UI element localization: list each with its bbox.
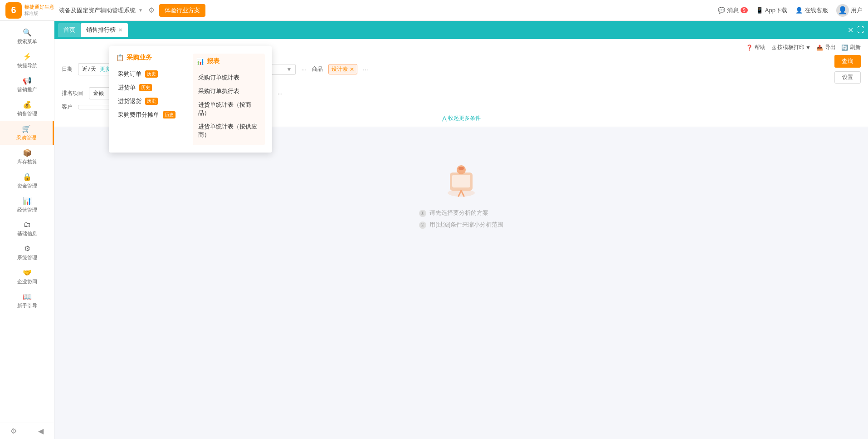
goods-tag[interactable]: 设计素 ✕ [328, 64, 357, 74]
dropdown-menu: 📋 采购业务 采购订单 历史 进货单 历史 进货退货 历史 [109, 46, 272, 153]
sidebar-item-purchase[interactable]: 🛒 采购管理 [0, 121, 54, 145]
online-service-btn[interactable]: 👤 在线客服 [795, 6, 828, 15]
menu-purchase-section: 📋 采购业务 采购订单 历史 进货单 历史 进货退货 历史 [116, 54, 181, 145]
menu-purchase-return[interactable]: 进货退货 历史 [116, 94, 181, 108]
tab-close-icon[interactable]: ✕ [118, 27, 122, 33]
logo-icon: 6 [5, 2, 22, 19]
tab-bar: 首页 销售排行榜 ✕ ✕ ⛶ [54, 21, 868, 39]
reports-section-icon: 📊 [196, 58, 204, 65]
message-icon: 💬 [718, 7, 725, 14]
sidebar-item-quick-nav[interactable]: ⚡ 快捷导航 [0, 49, 54, 73]
sidebar-item-enterprise[interactable]: 🤝 企业协同 [0, 265, 54, 289]
purchase-section-title: 📋 采购业务 [116, 54, 181, 62]
refresh-icon: 🔄 [841, 44, 848, 51]
menu-purchase-expense[interactable]: 采购费用分摊单 历史 [116, 108, 181, 122]
sidebar-item-funds[interactable]: 🔒 资金管理 [0, 169, 54, 193]
main-area: 🔍 搜索菜单 ⚡ 快捷导航 📢 营销推广 💰 销售管理 🛒 采购管理 [0, 21, 868, 439]
sidebar: 🔍 搜索菜单 ⚡ 快捷导航 📢 营销推广 💰 销售管理 🛒 采购管理 [0, 21, 54, 439]
sidebar-item-operations[interactable]: 📊 经营管理 [0, 193, 54, 217]
print-btn[interactable]: 🖨 按模板打印 ▼ [771, 44, 811, 51]
goods-tag-remove[interactable]: ✕ [350, 66, 354, 73]
funds-icon: 🔒 [23, 173, 32, 181]
content-area: 首页 销售排行榜 ✕ ✕ ⛶ ❓ [54, 21, 868, 439]
tab-action-expand-icon[interactable]: ⛶ [857, 26, 864, 34]
salesperson-dots[interactable]: ··· [278, 90, 283, 97]
svg-rect-4 [458, 167, 464, 170]
system-title-dropdown[interactable]: ▼ [138, 8, 143, 13]
voucher-status-dots[interactable]: ··· [301, 66, 307, 73]
sidebar-item-marketing[interactable]: 📢 营销推广 [0, 73, 54, 97]
quick-nav-icon: ⚡ [23, 52, 32, 61]
sidebar-nav: 🔍 搜索菜单 ⚡ 快捷导航 📢 营销推广 💰 销售管理 🛒 采购管理 [0, 21, 54, 316]
menu-purchase-order[interactable]: 采购订单 历史 [116, 67, 181, 81]
search-icon: 🔍 [23, 28, 32, 37]
reports-section-title: 📊 报表 [196, 57, 262, 65]
logo-text: 畅捷通好生意 [24, 4, 54, 10]
sales-icon: 💰 [23, 100, 32, 109]
sidebar-item-basic-info[interactable]: 🗂 基础信息 [0, 217, 54, 241]
empty-icon [439, 163, 484, 200]
basic-info-icon: 🗂 [24, 221, 31, 229]
purchase-return-badge: 历史 [145, 98, 158, 105]
export-icon: 📤 [816, 44, 823, 51]
menu-report-order-exec[interactable]: 采购订单执行表 [196, 84, 262, 98]
sidebar-bottom: ⚙ ◀ [0, 423, 54, 439]
menu-purchase-receipt[interactable]: 进货单 历史 [116, 81, 181, 94]
user-avatar: 👤 [836, 4, 849, 17]
settings-gear-icon[interactable]: ⚙ [148, 6, 155, 15]
sidebar-item-sales[interactable]: 💰 销售管理 [0, 97, 54, 121]
sidebar-item-system[interactable]: ⚙ 系统管理 [0, 241, 54, 265]
menu-divider [187, 54, 187, 145]
sidebar-collapse-icon[interactable]: ◀ [38, 427, 44, 435]
svg-rect-2 [452, 175, 470, 187]
collapse-btn[interactable]: ⋀ 收起更多条件 [442, 114, 481, 122]
setting-btn[interactable]: 设置 [834, 71, 861, 84]
tab-sales-ranking[interactable]: 销售排行榜 ✕ [81, 23, 128, 37]
export-btn[interactable]: 📤 导出 [816, 44, 836, 51]
user-btn[interactable]: 👤 用户 [836, 4, 863, 17]
ranking-label: 排名项目 [62, 89, 83, 97]
empty-text: ① 请先选择要分析的方案 ② 用[过滤]条件来缩小分析范围 [419, 207, 504, 231]
query-btn[interactable]: 查询 [834, 55, 861, 68]
help-btn[interactable]: ❓ 帮助 [746, 44, 766, 51]
tab-actions: ✕ ⛶ [848, 26, 864, 35]
sidebar-item-search[interactable]: 🔍 搜索菜单 [0, 25, 54, 49]
tab-action-close-icon[interactable]: ✕ [848, 26, 853, 35]
tab-home[interactable]: 首页 [58, 23, 81, 37]
sidebar-settings-icon[interactable]: ⚙ [10, 427, 17, 435]
phone-icon: 📱 [756, 7, 763, 14]
inventory-icon: 📦 [23, 148, 32, 157]
help-icon: ❓ [746, 44, 753, 51]
system-title: 装备及固定资产辅助管理系统 ▼ ⚙ [59, 6, 155, 15]
goods-label: 商品 [312, 65, 323, 73]
purchase-section-icon: 📋 [116, 54, 124, 61]
refresh-btn[interactable]: 🔄 刷新 [841, 44, 861, 51]
sidebar-item-guide[interactable]: 📖 新手引导 [0, 289, 54, 313]
menu-report-receipt-by-goods[interactable]: 进货单统计表（按商品） [196, 98, 262, 120]
guide-icon: 📖 [23, 292, 32, 301]
purchase-icon: 🛒 [22, 124, 31, 133]
logo-area: 6 畅捷通好生意 标准版 [5, 2, 55, 19]
print-dropdown-icon: ▼ [805, 44, 811, 51]
goods-dots[interactable]: ··· [363, 66, 368, 73]
collapse-up-icon: ⋀ [442, 115, 447, 122]
marketing-icon: 📢 [23, 76, 32, 85]
customer-label: 客户 [62, 103, 73, 111]
service-icon: 👤 [795, 7, 803, 14]
message-btn[interactable]: 💬 消息 9 [718, 6, 748, 15]
purchase-expense-badge: 历史 [163, 111, 176, 118]
menu-report-order-stats[interactable]: 采购订单统计表 [196, 71, 262, 84]
top-bar: 6 畅捷通好生意 标准版 装备及固定资产辅助管理系统 ▼ ⚙ 体验行业方案 💬 … [0, 0, 868, 21]
print-icon: 🖨 [771, 44, 776, 51]
app-download-btn[interactable]: 📱 App下载 [756, 6, 787, 15]
app-container: 6 畅捷通好生意 标准版 装备及固定资产辅助管理系统 ▼ ⚙ 体验行业方案 💬 … [0, 0, 868, 439]
date-label: 日期 [62, 65, 73, 73]
enterprise-icon: 🤝 [23, 268, 32, 277]
logo-sub: 标准版 [24, 10, 54, 17]
sidebar-item-inventory[interactable]: 📦 库存核算 [0, 145, 54, 169]
purchase-receipt-badge: 历史 [139, 84, 152, 91]
industry-btn[interactable]: 体验行业方案 [159, 4, 205, 17]
system-icon: ⚙ [24, 244, 30, 253]
purchase-order-badge: 历史 [145, 70, 158, 78]
menu-report-receipt-by-supplier[interactable]: 进货单统计表（按供应商） [196, 120, 262, 142]
